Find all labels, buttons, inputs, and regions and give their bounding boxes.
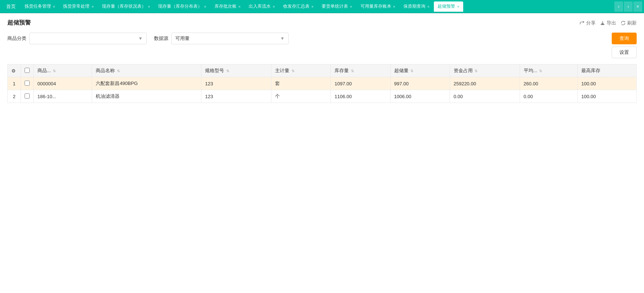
row-max-stock-1: 100.00 xyxy=(578,90,637,103)
nav-tab-home[interactable]: 首页 xyxy=(2,1,20,12)
table-col-checkbox xyxy=(21,64,34,77)
row-product-name-1: 机油滤清器 xyxy=(92,90,201,103)
row-capital-1: 0.00 xyxy=(450,90,520,103)
datasource-select[interactable]: 可用量 ▼ xyxy=(171,33,289,44)
refresh-label: 刷新 xyxy=(627,20,637,26)
nav-tab-8[interactable]: 可用量库存账本 × xyxy=(357,1,399,12)
table-col-product-code[interactable]: 商品... ⇅ xyxy=(34,64,92,77)
header-actions: 分享 导出 刷新 xyxy=(579,20,637,26)
nav-tab-4[interactable]: 库存批次账 × xyxy=(211,1,244,12)
export-icon xyxy=(600,21,605,26)
sort-icon-overstock: ⇅ xyxy=(410,69,413,73)
nav-tab-close-5[interactable]: × xyxy=(272,4,275,9)
top-nav: 首页 拣货任务管理 × 拣货异常处理 × 现存量（库存状况表） × 现存量（库存… xyxy=(0,0,644,13)
nav-tab-label-3: 现存量（库存分布表） xyxy=(158,3,202,10)
refresh-icon xyxy=(621,21,626,26)
table-row: 2 186-10... 机油滤清器 123 个 1106.00 1006.00 … xyxy=(8,90,637,103)
row-product-code-1: 186-10... xyxy=(34,90,92,103)
nav-tab-close-10[interactable]: × xyxy=(457,4,459,9)
nav-tab-0[interactable]: 拣货任务管理 × xyxy=(21,1,59,12)
share-link[interactable]: 分享 xyxy=(579,20,596,26)
table-col-max-stock[interactable]: 最高库存 xyxy=(578,64,637,77)
row-overstock-1: 1006.00 xyxy=(390,90,450,103)
select-all-checkbox[interactable] xyxy=(25,68,30,73)
table-col-product-name[interactable]: 商品名称 ⇅ xyxy=(92,64,201,77)
sort-icon-name: ⇅ xyxy=(117,69,120,73)
table-col-overstock[interactable]: 超储量 ⇅ xyxy=(390,64,450,77)
svg-rect-0 xyxy=(601,24,604,25)
nav-tab-1[interactable]: 拣货异常处理 × xyxy=(59,1,97,12)
main-content: 超储预警 分享 导出 xyxy=(0,13,644,293)
category-label: 商品分类 xyxy=(7,35,26,42)
nav-tab-9[interactable]: 保质期查询 × xyxy=(400,1,433,12)
row-unit-1: 个 xyxy=(271,90,331,103)
nav-tab-3[interactable]: 现存量（库存分布表） × xyxy=(154,1,210,12)
table-col-spec[interactable]: 规格型号 ⇅ xyxy=(201,64,271,77)
row-capital-0: 259220.00 xyxy=(450,77,520,90)
settings-button[interactable]: 设置 xyxy=(612,47,637,58)
row-checkbox-1[interactable] xyxy=(21,90,34,103)
sort-icon-unit: ⇅ xyxy=(292,69,294,73)
nav-prev-button[interactable]: ‹ xyxy=(614,1,623,12)
datasource-select-value: 可用量 xyxy=(175,35,280,42)
nav-tab-5[interactable]: 出入库流水 × xyxy=(245,1,278,12)
row-spec-1: 123 xyxy=(201,90,271,103)
nav-tab-label-0: 拣货任务管理 xyxy=(25,3,51,10)
row-product-code-0: 0000004 xyxy=(34,77,92,90)
nav-tab-label-2: 现存量（库存状况表） xyxy=(102,3,146,10)
table-col-stock[interactable]: 库存量 ⇅ xyxy=(331,64,390,77)
sort-icon-code: ⇅ xyxy=(53,69,56,73)
nav-tab-2[interactable]: 现存量（库存状况表） × xyxy=(98,1,154,12)
nav-tab-close-7[interactable]: × xyxy=(350,4,352,9)
row-spec-0: 123 xyxy=(201,77,271,90)
query-button[interactable]: 查询 xyxy=(612,33,637,44)
share-icon xyxy=(579,21,585,26)
row-checkbox-0[interactable] xyxy=(21,77,34,90)
row-avg-0: 260.00 xyxy=(520,77,577,90)
table-col-settings[interactable]: ⚙ xyxy=(8,64,21,77)
sort-icon-avg: ⇅ xyxy=(539,69,542,73)
row-select-1[interactable] xyxy=(25,93,30,99)
nav-tab-10[interactable]: 超储预警 × xyxy=(434,1,463,12)
nav-close-button[interactable]: × xyxy=(633,1,642,12)
nav-tab-close-2[interactable]: × xyxy=(148,4,150,9)
nav-tab-close-1[interactable]: × xyxy=(91,4,94,9)
share-label: 分享 xyxy=(586,20,596,26)
table-row: 1 0000004 六配套新昌490BPG 123 套 1097.00 997.… xyxy=(8,77,637,90)
row-unit-0: 套 xyxy=(271,77,331,90)
row-num-0: 1 xyxy=(8,77,21,90)
sort-icon-spec: ⇅ xyxy=(226,69,229,73)
nav-tab-label-5: 出入库流水 xyxy=(249,3,271,10)
category-select[interactable]: ▼ xyxy=(29,33,147,44)
table-body: 1 0000004 六配套新昌490BPG 123 套 1097.00 997.… xyxy=(8,77,637,103)
row-overstock-0: 997.00 xyxy=(390,77,450,90)
table-col-unit[interactable]: 主计量 ⇅ xyxy=(271,64,331,77)
page-title: 超储预警 xyxy=(7,19,31,27)
nav-tab-close-3[interactable]: × xyxy=(204,4,206,9)
nav-tab-label-10: 超储预警 xyxy=(438,3,455,10)
nav-tab-label-9: 保质期查询 xyxy=(403,3,425,10)
nav-tab-close-0[interactable]: × xyxy=(53,4,55,9)
category-chevron-icon: ▼ xyxy=(138,36,143,41)
refresh-link[interactable]: 刷新 xyxy=(621,20,637,26)
nav-tab-close-4[interactable]: × xyxy=(238,4,241,9)
table-col-capital[interactable]: 资金占用 ⇅ xyxy=(450,64,520,77)
row-stock-0: 1097.00 xyxy=(331,77,390,90)
nav-tab-close-6[interactable]: × xyxy=(311,4,314,9)
nav-tab-7[interactable]: 要货单统计表 × xyxy=(318,1,356,12)
row-max-stock-0: 100.00 xyxy=(578,77,637,90)
home-label: 首页 xyxy=(6,3,16,10)
export-label: 导出 xyxy=(607,20,616,26)
nav-tab-6[interactable]: 收发存汇总表 × xyxy=(279,1,317,12)
nav-tab-close-9[interactable]: × xyxy=(427,4,429,9)
row-select-0[interactable] xyxy=(25,81,30,86)
nav-tab-label-7: 要货单统计表 xyxy=(322,3,348,10)
nav-next-button[interactable]: › xyxy=(624,1,633,12)
row-avg-1: 0.00 xyxy=(520,90,577,103)
table-col-avg[interactable]: 平均... ⇅ xyxy=(520,64,577,77)
row-product-name-0: 六配套新昌490BPG xyxy=(92,77,201,90)
row-stock-1: 1106.00 xyxy=(331,90,390,103)
nav-tab-label-1: 拣货异常处理 xyxy=(63,3,89,10)
nav-tab-close-8[interactable]: × xyxy=(393,4,395,9)
export-link[interactable]: 导出 xyxy=(600,20,616,26)
